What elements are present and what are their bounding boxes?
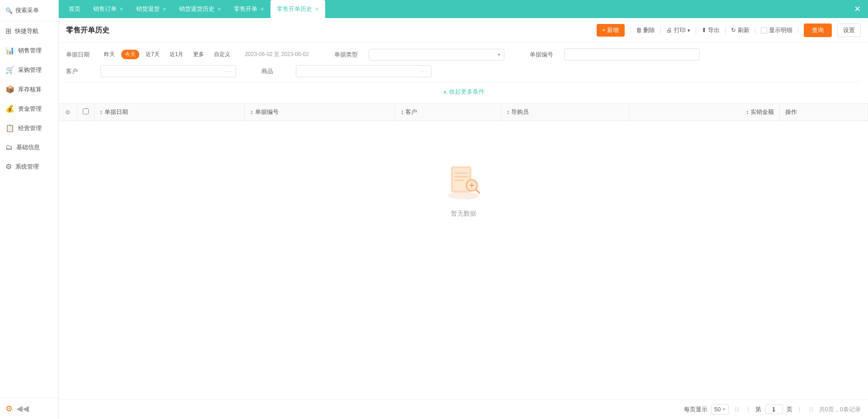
next-page-button[interactable]: ⟩ bbox=[796, 405, 803, 414]
table-header-guide[interactable]: ↕ 导购员 bbox=[501, 104, 629, 121]
per-page-label: 每页显示 bbox=[684, 405, 707, 414]
sidebar-label-ops-mgmt: 经营管理 bbox=[18, 124, 42, 132]
refresh-button[interactable]: ↻ 刷新 bbox=[731, 26, 749, 34]
date-col-label: ↕ 单据日期 bbox=[100, 108, 128, 115]
date-shortcut-更多[interactable]: 更多 bbox=[190, 50, 208, 59]
guide-col-label: ↕ 导购员 bbox=[507, 108, 529, 115]
no-col-label: ↕ 单据编号 bbox=[250, 108, 278, 115]
customer-input[interactable]: ··· bbox=[100, 65, 236, 77]
date-shortcut-自定义[interactable]: 自定义 bbox=[210, 50, 234, 59]
page-size-dropdown-icon: ▾ bbox=[723, 406, 726, 412]
display-label: 显示明细 bbox=[769, 26, 792, 34]
sidebar-item-stock-calc[interactable]: 📦 库存核算 bbox=[0, 80, 58, 99]
prev-page-button[interactable]: ⟨ bbox=[745, 405, 752, 414]
sidebar-item-finance-mgmt[interactable]: 💰 资金管理 bbox=[0, 99, 58, 118]
tab-close-sales-return[interactable]: ✕ bbox=[162, 6, 166, 12]
customer-col-label: ↕ 客户 bbox=[401, 108, 417, 115]
table-header-action: 操作 bbox=[780, 104, 868, 121]
date-shortcut-昨天[interactable]: 昨天 bbox=[100, 50, 119, 59]
table-header-checkbox[interactable] bbox=[77, 104, 94, 121]
table-header-amount[interactable]: ↕ 实销金额 bbox=[629, 104, 780, 121]
tab-sales-order[interactable]: 销售订单✕ bbox=[87, 0, 130, 18]
sidebar: 🔍 搜索采单 ⊞ 快捷导航 📊 销售管理 🛒 采购管理 📦 库存核算 💰 资金管… bbox=[0, 0, 59, 419]
sidebar-footer: ⚙ ◀◀ bbox=[0, 398, 58, 419]
sidebar-label-quick-nav: 快捷导航 bbox=[15, 27, 38, 35]
tab-sales-return-history[interactable]: 销货退货历史✕ bbox=[173, 0, 228, 18]
export-button[interactable]: ⬆ 导出 bbox=[702, 26, 720, 34]
display-toggle[interactable]: 显示明细 bbox=[761, 26, 792, 34]
tab-retail-open-history[interactable]: 零售开单历史✕ bbox=[270, 0, 325, 18]
tab-close-sales-order[interactable]: ✕ bbox=[119, 6, 123, 12]
toolbar-divider-4 bbox=[725, 27, 726, 34]
svg-line-10 bbox=[476, 190, 479, 193]
current-page-input[interactable] bbox=[765, 405, 783, 414]
empty-text: 暂无数据 bbox=[451, 210, 476, 218]
tab-retail-open[interactable]: 零售开单✕ bbox=[228, 0, 270, 18]
date-shortcut-近1月[interactable]: 近1月 bbox=[166, 50, 187, 59]
sidebar-label-purchase-mgmt: 采购管理 bbox=[18, 66, 42, 74]
tab-label-sales-return: 销货退货 bbox=[136, 5, 160, 13]
date-shortcuts: 昨天今天近7天近1月更多自定义 bbox=[100, 50, 234, 59]
doc-no-filter-label: 单据编号 bbox=[530, 51, 557, 59]
delete-button[interactable]: 🗑 删除 bbox=[636, 26, 655, 34]
collapse-up-icon: ∧ bbox=[443, 89, 447, 95]
sidebar-item-ops-mgmt[interactable]: 📋 经营管理 bbox=[0, 118, 58, 138]
search-icon: 🔍 bbox=[5, 7, 13, 14]
doc-no-input[interactable] bbox=[564, 48, 700, 61]
tab-label-retail-open-history: 零售开单历史 bbox=[277, 5, 312, 13]
sidebar-icon-stock-calc: 📦 bbox=[5, 85, 14, 94]
sidebar-icon-ops-mgmt: 📋 bbox=[5, 124, 14, 132]
goods-input[interactable]: ··· bbox=[296, 65, 432, 77]
tab-close-retail-open-history[interactable]: ✕ bbox=[315, 6, 319, 12]
toolbar-divider-3 bbox=[696, 27, 696, 34]
filter-row-2: 客户 ··· 商品 ··· bbox=[66, 65, 861, 77]
doc-type-select[interactable]: ▾ bbox=[369, 49, 504, 61]
collapse-icon[interactable]: ◀◀ bbox=[16, 404, 29, 414]
date-shortcut-近7天[interactable]: 近7天 bbox=[142, 50, 163, 59]
collapse-button[interactable]: ∧ 收起更多条件 bbox=[66, 86, 861, 98]
tab-home[interactable]: 首页 bbox=[62, 0, 87, 18]
tab-label-sales-order: 销售订单 bbox=[93, 5, 117, 13]
window-close-button[interactable]: ✕ bbox=[850, 4, 864, 14]
setting-button[interactable]: 设置 bbox=[837, 24, 861, 37]
date-shortcut-今天[interactable]: 今天 bbox=[121, 50, 139, 59]
print-dropdown-icon: ▾ bbox=[688, 28, 690, 33]
table-settings-header[interactable]: ⚙ bbox=[59, 104, 77, 121]
customer-filter-label: 客户 bbox=[66, 67, 93, 75]
sidebar-search[interactable]: 🔍 搜索采单 bbox=[0, 0, 58, 21]
select-all-checkbox[interactable] bbox=[83, 108, 89, 114]
first-page-button[interactable]: ⟨⟨ bbox=[732, 405, 741, 414]
print-label: 🖨 打印 bbox=[666, 26, 686, 34]
filter-row-1: 单据日期 昨天今天近7天近1月更多自定义 2023-06-02 至 2023-0… bbox=[66, 48, 861, 61]
query-button[interactable]: 查询 bbox=[804, 24, 832, 37]
sidebar-item-quick-nav[interactable]: ⊞ 快捷导航 bbox=[0, 21, 58, 41]
sidebar-label-sales-mgmt: 销售管理 bbox=[18, 47, 42, 55]
display-checkbox[interactable] bbox=[761, 27, 767, 33]
settings-icon[interactable]: ⚙ bbox=[5, 404, 13, 414]
toolbar-divider-1 bbox=[630, 27, 631, 34]
last-page-button[interactable]: ⟩⟩ bbox=[806, 405, 816, 414]
tab-close-retail-open[interactable]: ✕ bbox=[260, 6, 264, 12]
page-size-select[interactable]: 50 ▾ bbox=[711, 404, 728, 414]
sidebar-search-label: 搜索采单 bbox=[15, 6, 39, 14]
tab-close-sales-return-history[interactable]: ✕ bbox=[217, 6, 221, 12]
sidebar-item-purchase-mgmt[interactable]: 🛒 采购管理 bbox=[0, 60, 58, 80]
sidebar-item-basic-info[interactable]: 🗂 基础信息 bbox=[0, 138, 58, 157]
sidebar-label-stock-calc: 库存核算 bbox=[18, 85, 42, 94]
add-button[interactable]: + 新增 bbox=[597, 24, 624, 37]
customer-dots: ··· bbox=[224, 68, 232, 75]
sidebar-icon-finance-mgmt: 💰 bbox=[5, 104, 14, 113]
print-button[interactable]: 🖨 打印 ▾ bbox=[666, 26, 690, 34]
settings-gear-icon[interactable]: ⚙ bbox=[65, 109, 71, 116]
table-header-no[interactable]: ↕ 单据编号 bbox=[245, 104, 395, 121]
page-label-after: 页 bbox=[787, 405, 792, 414]
table-header-customer[interactable]: ↕ 客户 bbox=[395, 104, 501, 121]
toolbar-divider-5 bbox=[755, 27, 755, 34]
refresh-label: ↻ 刷新 bbox=[731, 26, 749, 34]
sidebar-item-sales-mgmt[interactable]: 📊 销售管理 bbox=[0, 41, 58, 60]
sidebar-item-sys-mgmt[interactable]: ⚙ 系统管理 bbox=[0, 157, 58, 176]
table-header-date[interactable]: ↕ 单据日期 bbox=[94, 104, 245, 121]
sidebar-icon-sales-mgmt: 📊 bbox=[5, 46, 14, 55]
main-area: 首页销售订单✕销货退货✕销货退货历史✕零售开单✕零售开单历史✕ ✕ 零售开单历史… bbox=[59, 0, 868, 419]
tab-sales-return[interactable]: 销货退货✕ bbox=[130, 0, 173, 18]
